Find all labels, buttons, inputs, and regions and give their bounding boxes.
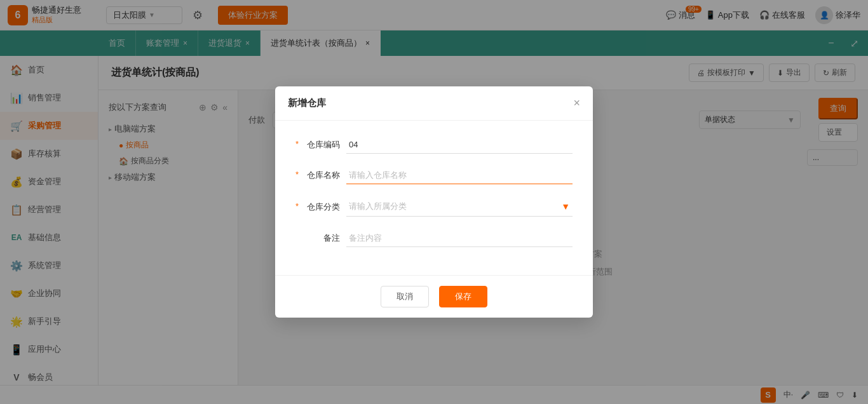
dialog-header: 新增仓库 × <box>275 86 593 121</box>
save-button[interactable]: 保存 <box>439 286 487 307</box>
add-warehouse-dialog: 新增仓库 × 仓库编码 仓库名称 仓库分类 请输入所属分类 ▼ <box>275 86 593 318</box>
form-row-category: 仓库分类 请输入所属分类 ▼ <box>295 197 573 217</box>
dialog-close-icon[interactable]: × <box>573 97 580 110</box>
note-label: 备注 <box>295 232 346 244</box>
dialog-body: 仓库编码 仓库名称 仓库分类 请输入所属分类 ▼ 备注 <box>275 121 593 275</box>
name-input[interactable] <box>346 166 573 184</box>
cancel-button[interactable]: 取消 <box>381 286 429 307</box>
code-input[interactable] <box>346 136 573 154</box>
category-label: 仓库分类 <box>295 201 346 213</box>
note-input[interactable] <box>346 229 573 247</box>
category-dropdown-arrow: ▼ <box>561 201 570 212</box>
code-label: 仓库编码 <box>295 139 346 151</box>
form-row-note: 备注 <box>295 229 573 247</box>
dialog-footer: 取消 保存 <box>275 275 593 318</box>
category-placeholder: 请输入所属分类 <box>349 201 407 212</box>
form-row-name: 仓库名称 <box>295 166 573 184</box>
overlay: 新增仓库 × 仓库编码 仓库名称 仓库分类 请输入所属分类 ▼ <box>0 0 868 404</box>
name-label: 仓库名称 <box>295 170 346 181</box>
dialog-title: 新增仓库 <box>288 97 326 109</box>
category-select[interactable]: 请输入所属分类 ▼ <box>346 197 573 217</box>
form-row-code: 仓库编码 <box>295 136 573 154</box>
